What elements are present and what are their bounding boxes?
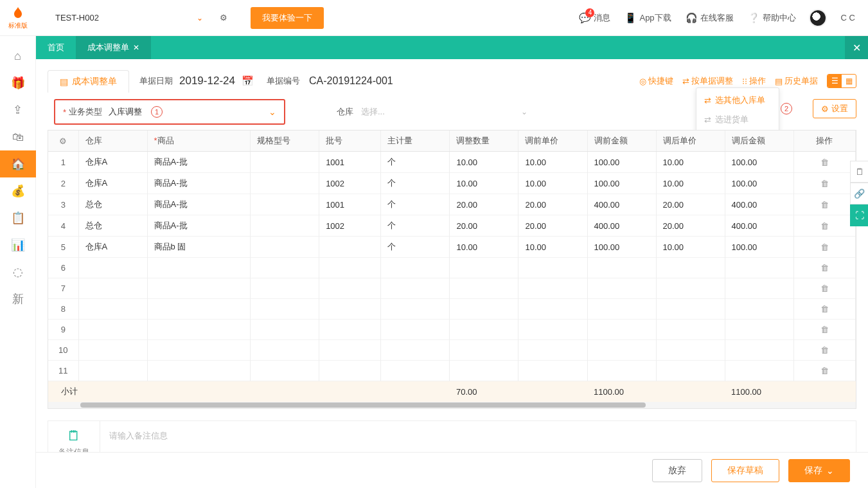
cs-label: 在线客服: [700, 12, 734, 24]
doc-tab[interactable]: ▤ 成本调整单: [48, 70, 129, 93]
user-name[interactable]: C C: [841, 13, 855, 23]
doc-meta: 单据日期 2019-12-24 📅 单据编号 CA-20191224-001: [139, 75, 393, 87]
app-download-link[interactable]: 📱 App下载: [624, 12, 671, 24]
date-value[interactable]: 2019-12-24: [179, 75, 235, 87]
delete-row-button[interactable]: 🗑: [793, 215, 855, 237]
phone-icon: 📱: [624, 12, 637, 24]
save-button[interactable]: 保存⌄: [788, 459, 850, 482]
nav-gift[interactable]: 🎁: [0, 69, 36, 96]
table-row[interactable]: 4总仓商品A-批1002个20.0020.00400.0020.00400.00…: [48, 215, 856, 237]
help-label: 帮助中心: [763, 12, 796, 24]
app-label: App下载: [639, 12, 671, 24]
list-view-toggle[interactable]: ☰: [828, 75, 842, 87]
headset-icon: 🎧: [686, 12, 698, 24]
help-center-link[interactable]: ❔ 帮助中心: [748, 12, 796, 24]
subtotal-row: 小计 70.00 1100.00 1100.00: [48, 381, 856, 402]
avatar[interactable]: [809, 9, 827, 27]
gear-icon: ⚙: [821, 104, 829, 114]
col-warehouse: 仓库: [78, 131, 147, 152]
content: ▤ 成本调整单 单据日期 2019-12-24 📅 单据编号 CA-201912…: [36, 59, 868, 488]
subtotal-qty: 70.00: [450, 381, 518, 402]
discard-button[interactable]: 放弃: [652, 459, 702, 482]
table-row[interactable]: 6🗑: [48, 258, 856, 278]
delete-row-button[interactable]: 🗑: [793, 237, 855, 258]
customer-service-link[interactable]: 🎧 在线客服: [686, 12, 734, 24]
messages-link[interactable]: 💬 4 消息: [579, 12, 610, 24]
left-nav: ⌂ 🎁 ⇪ 🛍 🏠 💰 📋 📊 ◌ 新: [0, 36, 36, 488]
column-settings-button[interactable]: ⚙设置: [813, 99, 856, 118]
float-expand[interactable]: ⛶: [850, 204, 868, 226]
warehouse-placeholder: 选择...: [361, 106, 385, 118]
table-row[interactable]: 1仓库A商品A-批1001个10.0010.00100.0010.00100.0…: [48, 152, 856, 173]
nav-report[interactable]: 📊: [0, 231, 36, 258]
chevron-down-icon: ⌄: [197, 14, 203, 23]
nav-money[interactable]: 💰: [0, 177, 36, 204]
settings-gear[interactable]: ⚙: [216, 10, 231, 26]
delete-row-button[interactable]: 🗑: [793, 173, 855, 194]
table-row[interactable]: 3总仓商品A-批1001个20.0020.00400.0020.00400.00…: [48, 194, 856, 215]
table-row[interactable]: 5仓库A商品b 固个10.0010.00100.0010.00100.00🗑: [48, 237, 856, 258]
col-post-price: 调后单价: [656, 131, 725, 152]
nav-bag[interactable]: 🛍: [0, 123, 36, 150]
nav-circle[interactable]: ◌: [0, 258, 36, 285]
table-row[interactable]: 10🗑: [48, 340, 856, 361]
table-row[interactable]: 11🗑: [48, 361, 856, 381]
close-all-tabs[interactable]: ✕: [845, 36, 868, 59]
by-doc-action[interactable]: ⇄ 按单据调整: [682, 75, 733, 87]
table-row[interactable]: 8🗑: [48, 299, 856, 320]
chevron-down-icon: ⌄: [826, 465, 834, 476]
tab-home[interactable]: 首页: [36, 36, 76, 59]
tab-cost-adjust[interactable]: 成本调整单✕: [76, 36, 151, 59]
warehouse-label: 仓库: [337, 106, 353, 118]
nav-warehouse[interactable]: 🏠: [0, 150, 36, 177]
table-row[interactable]: 9🗑: [48, 320, 856, 340]
date-label: 单据日期: [139, 75, 173, 87]
hotkey-action[interactable]: ◎ 快捷键: [639, 75, 673, 87]
delete-row-button[interactable]: 🗑: [793, 258, 855, 278]
col-unit: 主计量: [381, 131, 450, 152]
subtotal-pre-amt: 1100.00: [587, 381, 656, 402]
nav-home[interactable]: ⌂: [0, 42, 36, 69]
nav-doc[interactable]: 📋: [0, 204, 36, 231]
doc-actions: ◎ 快捷键 ⇄ 按单据调整 ⁝⁝ 操作 ▤ 历史单据 ☰ ▦: [639, 74, 856, 88]
col-op: 操作: [793, 131, 855, 152]
horizontal-scrollbar[interactable]: [48, 402, 856, 408]
float-note[interactable]: 🗒: [850, 161, 868, 183]
warehouse-select[interactable]: 仓库 选择... ⌄: [337, 106, 527, 118]
col-spec: 规格型号: [251, 131, 319, 152]
messages-label: 消息: [594, 12, 610, 24]
table-row[interactable]: 2仓库A商品A-批1002个10.0010.00100.0010.00100.0…: [48, 173, 856, 194]
select-doc-dropdown: ⇄ 选其他入库单 ⇄ 选进货单: [696, 87, 779, 132]
history-action[interactable]: ▤ 历史单据: [775, 75, 818, 87]
close-icon[interactable]: ✕: [133, 43, 139, 52]
company-select[interactable]: TEST-H002 ⌄: [49, 8, 209, 28]
company-name: TEST-H002: [55, 13, 99, 23]
delete-row-button[interactable]: 🗑: [793, 320, 855, 340]
delete-row-button[interactable]: 🗑: [793, 152, 855, 173]
delete-row-button[interactable]: 🗑: [793, 361, 855, 381]
help-icon: ❔: [748, 12, 760, 24]
col-batch: 批号: [319, 131, 381, 152]
calendar-icon[interactable]: 📅: [242, 75, 254, 87]
biz-type-value: 入库调整: [109, 106, 142, 118]
trial-button[interactable]: 我要体验一下: [251, 7, 324, 29]
delete-row-button[interactable]: 🗑: [793, 299, 855, 320]
table-row[interactable]: 7🗑: [48, 278, 856, 299]
select-other-inbound[interactable]: ⇄ 选其他入库单: [696, 91, 779, 110]
col-pre-amt: 调前金额: [587, 131, 656, 152]
grid-view-toggle[interactable]: ▦: [842, 75, 856, 87]
row-settings-header[interactable]: ⚙: [48, 131, 78, 152]
float-link[interactable]: 🔗: [850, 183, 868, 204]
nav-new[interactable]: 新: [0, 285, 36, 312]
nav-up[interactable]: ⇪: [0, 96, 36, 123]
delete-row-button[interactable]: 🗑: [793, 194, 855, 215]
doc-tab-title: 成本调整单: [72, 76, 117, 87]
data-table: ⚙ 仓库 *商品 规格型号 批号 主计量 调整数量 调前单价 调前金额 调后单价…: [48, 130, 856, 409]
delete-row-button[interactable]: 🗑: [793, 340, 855, 361]
biz-type-label: 业务类型: [69, 106, 102, 118]
save-draft-button[interactable]: 保存草稿: [711, 459, 779, 482]
delete-row-button[interactable]: 🗑: [793, 278, 855, 299]
operation-action[interactable]: ⁝⁝ 操作: [742, 75, 766, 87]
business-type-select[interactable]: * 业务类型 入库调整 1 ⌄: [54, 99, 285, 125]
col-pre-price: 调前单价: [518, 131, 587, 152]
